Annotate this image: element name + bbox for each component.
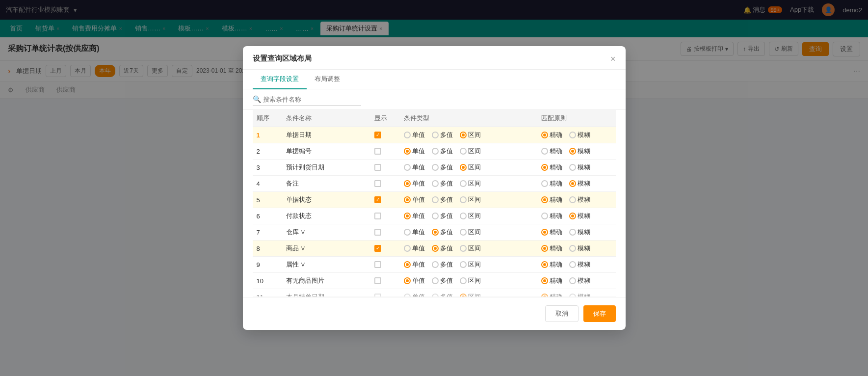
dialog-tab-query-fields-label: 查询字段设置 <box>261 75 299 82</box>
search-area: 🔍 <box>243 89 626 99</box>
search-input[interactable] <box>263 96 361 99</box>
dialog-header: 设置查询区域布局 × <box>243 46 626 70</box>
dialog-tab-query-fields[interactable]: 查询字段设置 <box>253 70 307 89</box>
search-underline: 🔍 <box>253 95 361 99</box>
modal-overlay: 设置查询区域布局 × 查询字段设置 布局调整 🔍 顺序 条件名称 <box>0 0 868 99</box>
dialog-title: 设置查询区域布局 <box>253 54 312 63</box>
search-icon: 🔍 <box>253 95 261 99</box>
dialog-tab-layout-label: 布局调整 <box>315 75 340 82</box>
settings-dialog: 设置查询区域布局 × 查询字段设置 布局调整 🔍 顺序 条件名称 <box>243 46 626 99</box>
dialog-tabs: 查询字段设置 布局调整 <box>243 70 626 89</box>
dialog-tab-layout[interactable]: 布局调整 <box>307 70 348 89</box>
dialog-close-button[interactable]: × <box>610 54 616 63</box>
